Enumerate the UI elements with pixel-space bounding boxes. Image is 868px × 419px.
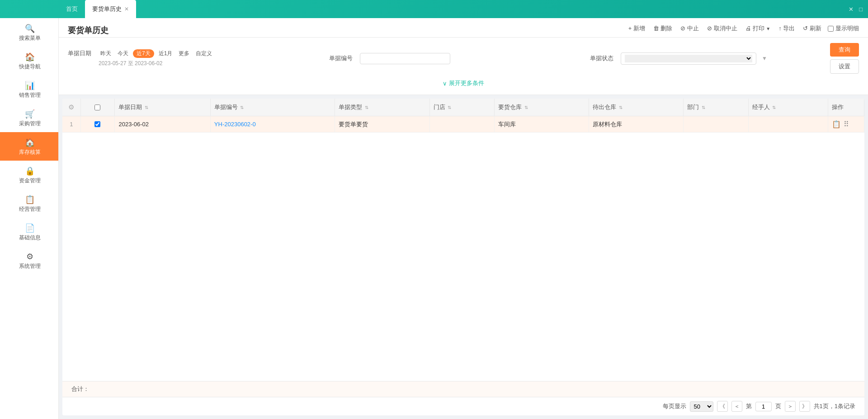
- prev-page-btn[interactable]: ＜: [731, 401, 742, 412]
- date-btn-7days[interactable]: 近7天: [133, 49, 154, 58]
- sort-req-warehouse-icon[interactable]: ⇅: [524, 105, 528, 110]
- chevron-down-icon: ▼: [766, 26, 770, 31]
- tab-home[interactable]: 首页: [59, 0, 85, 18]
- refresh-button[interactable]: ↺ 刷新: [801, 24, 823, 33]
- sort-department-icon[interactable]: ⇅: [702, 105, 705, 110]
- table-footer-total: 合计：: [62, 381, 864, 397]
- expand-more-btn[interactable]: ∨ 展开更多条件: [68, 77, 859, 89]
- status-select[interactable]: [625, 55, 752, 62]
- doc-no-link[interactable]: YH-20230602-0: [214, 121, 256, 128]
- table-row: 1 2023-06-02 YH-20230602-0 要货单要货: [62, 116, 864, 133]
- chevron-down-expand-icon: ∨: [443, 80, 447, 87]
- date-btn-custom[interactable]: 自定义: [194, 49, 214, 58]
- new-button[interactable]: + 新增: [627, 24, 647, 33]
- sort-store-icon[interactable]: ⇅: [448, 105, 451, 110]
- chevron-down-status-icon: ▼: [762, 55, 767, 62]
- page-header: 要货单历史 + 新增 🗑 删除 ⊘ 中止 ⊘ 取消中止 🖨 打印 ▼: [59, 18, 868, 38]
- window-maximize-btn[interactable]: □: [859, 6, 863, 13]
- date-range-display: 2023-05-27 至 2023-06-02: [99, 60, 214, 67]
- page-title: 要货单历史: [68, 25, 108, 36]
- table-wrapper: ⚙ 单据日期 ⇅: [62, 99, 864, 381]
- col-doc-no: 单据编号 ⇅: [210, 99, 335, 116]
- doc-no-input[interactable]: [360, 53, 450, 64]
- col-doc-type: 单据类型 ⇅: [335, 99, 429, 116]
- date-buttons: 昨天 今天 近7天 近1月 更多 自定义: [99, 49, 214, 58]
- top-bar: 首页 要货单历史 ✕ ✕ □: [0, 0, 868, 18]
- cell-date: 2023-06-02: [115, 116, 210, 133]
- clipboard-icon: 📋: [25, 195, 35, 204]
- print-button[interactable]: 🖨 打印 ▼: [744, 24, 773, 33]
- sidebar-item-sales[interactable]: 📊 销售管理: [0, 75, 58, 104]
- sort-docno-icon[interactable]: ⇅: [240, 105, 244, 110]
- per-page-select[interactable]: 50 20 100: [690, 401, 713, 412]
- cell-req-warehouse: 车间库: [494, 116, 589, 133]
- date-btn-today[interactable]: 今天: [116, 49, 130, 58]
- cart-icon: 🛒: [25, 110, 35, 118]
- cell-actions: 📋 ⠿: [828, 116, 864, 133]
- sidebar-item-finance[interactable]: 🔒 资金管理: [0, 161, 58, 189]
- page-number-input[interactable]: [755, 402, 772, 411]
- col-department: 部门 ⇅: [684, 99, 748, 116]
- display-detail-input[interactable]: [828, 26, 834, 32]
- next-page-btn[interactable]: ＞: [785, 401, 796, 412]
- window-close-btn[interactable]: ✕: [849, 6, 854, 13]
- col-pending-warehouse: 待出仓库 ⇅: [589, 99, 684, 116]
- cell-doc-type: 要货单要货: [335, 116, 429, 133]
- action-icons: 📋 ⠿: [832, 120, 860, 129]
- date-btn-more[interactable]: 更多: [177, 49, 191, 58]
- sidebar-item-basic-info[interactable]: 📄 基础信息: [0, 218, 58, 246]
- cell-pending-warehouse: 原材料仓库: [589, 116, 684, 133]
- settings-button[interactable]: 设置: [830, 59, 859, 74]
- sort-date-icon[interactable]: ⇅: [145, 105, 148, 110]
- top-bar-right: ✕ □: [849, 6, 868, 13]
- tab-history[interactable]: 要货单历史 ✕: [85, 0, 136, 18]
- export-button[interactable]: ↑ 导出: [777, 24, 797, 33]
- filter-row-1: 单据日期 昨天 今天 近7天 近1月 更多 自定义 2023-05-27 至 2…: [68, 43, 859, 74]
- sort-handler-icon[interactable]: ⇅: [772, 105, 776, 110]
- gear-icon: ⚙: [26, 252, 33, 261]
- cancel-stop-button[interactable]: ⊘ 取消中止: [705, 24, 739, 33]
- filter-area: 单据日期 昨天 今天 近7天 近1月 更多 自定义 2023-05-27 至 2…: [59, 38, 868, 95]
- display-detail-checkbox[interactable]: 显示明细: [828, 24, 859, 33]
- tab-close-icon[interactable]: ✕: [124, 6, 129, 12]
- sort-pending-warehouse-icon[interactable]: ⇅: [619, 105, 623, 110]
- sidebar-item-system[interactable]: ⚙ 系统管理: [0, 246, 58, 275]
- data-table: ⚙ 单据日期 ⇅: [62, 99, 864, 133]
- first-page-btn[interactable]: 《: [717, 401, 728, 412]
- lock-icon: 🔒: [25, 167, 35, 175]
- toolbar: + 新增 🗑 删除 ⊘ 中止 ⊘ 取消中止 🖨 打印 ▼ ↑ 导出: [627, 24, 859, 37]
- col-actions: 操作: [828, 99, 864, 116]
- sidebar-item-search[interactable]: 🔍 搜索菜单: [0, 18, 58, 47]
- col-settings[interactable]: ⚙: [62, 99, 80, 116]
- more-action-icon[interactable]: ⠿: [844, 120, 849, 129]
- sidebar-item-purchase[interactable]: 🛒 采购管理: [0, 104, 58, 132]
- doc-no-label: 单据编号: [329, 54, 353, 62]
- date-filter-label: 单据日期: [68, 49, 91, 57]
- search-icon: 🔍: [25, 24, 35, 33]
- select-all-checkbox[interactable]: [94, 105, 100, 110]
- sidebar-item-operations[interactable]: 📋 经营管理: [0, 189, 58, 218]
- row-checkbox[interactable]: [94, 121, 100, 127]
- last-page-btn[interactable]: 》: [799, 401, 810, 412]
- stop-button[interactable]: ⊘ 中止: [679, 24, 701, 33]
- col-req-warehouse: 要货仓库 ⇅: [494, 99, 589, 116]
- table-settings-icon[interactable]: ⚙: [68, 103, 74, 111]
- status-select-wrapper[interactable]: [621, 52, 756, 65]
- edit-action-icon[interactable]: 📋: [832, 120, 841, 129]
- sidebar-item-inventory[interactable]: 🏠 库存核算: [0, 132, 58, 161]
- col-store: 门店 ⇅: [429, 99, 494, 116]
- inventory-icon: 🏠: [25, 138, 35, 147]
- document-icon: 📄: [25, 224, 35, 232]
- delete-button[interactable]: 🗑 删除: [651, 24, 675, 33]
- home-icon: 🏠: [25, 53, 35, 61]
- col-handler: 经手人 ⇅: [748, 99, 828, 116]
- sort-doctype-icon[interactable]: ⇅: [365, 105, 368, 110]
- query-button[interactable]: 查询: [830, 43, 859, 57]
- date-btn-1month[interactable]: 近1月: [157, 49, 175, 58]
- sidebar: 🔍 搜索菜单 🏠 快捷导航 📊 销售管理 🛒 采购管理 🏠 库存核算 🔒 资金管…: [0, 18, 59, 419]
- main-content: 要货单历史 + 新增 🗑 删除 ⊘ 中止 ⊘ 取消中止 🖨 打印 ▼: [59, 18, 868, 419]
- date-btn-yesterday[interactable]: 昨天: [99, 49, 113, 58]
- col-date: 单据日期 ⇅: [115, 99, 210, 116]
- layout: 🔍 搜索菜单 🏠 快捷导航 📊 销售管理 🛒 采购管理 🏠 库存核算 🔒 资金管…: [0, 18, 868, 419]
- sidebar-item-quick-nav[interactable]: 🏠 快捷导航: [0, 47, 58, 75]
